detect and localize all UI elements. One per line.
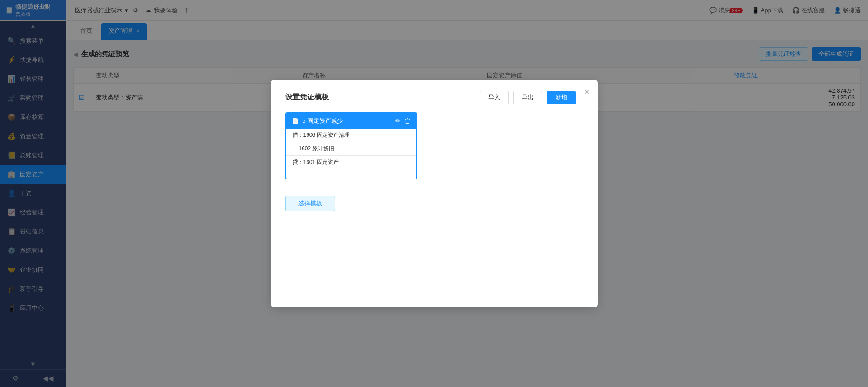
- template-entry-row: 1602 累计折旧: [286, 142, 416, 156]
- modal-set-voucher-template: × 设置凭证模板 导入 导出 新增 📄 5-固定资产减少 ✏ 🗑 借：1606 …: [271, 80, 598, 307]
- template-empty-row: [286, 169, 416, 179]
- template-card: 📄 5-固定资产减少 ✏ 🗑 借：1606 固定资产清理 1602 累计折旧: [285, 112, 417, 179]
- template-document-icon: 📄: [292, 118, 299, 124]
- template-entry-direction3: 贷：1601 固定资产: [286, 156, 389, 169]
- template-edit-icon[interactable]: ✏: [395, 117, 401, 124]
- template-delete-icon[interactable]: 🗑: [404, 117, 411, 124]
- template-entry-row: 借：1606 固定资产清理: [286, 129, 416, 142]
- template-header-label: 5-固定资产减少: [303, 117, 343, 125]
- template-entry-credit3: [402, 156, 416, 169]
- template-entry-debit2: [388, 142, 402, 156]
- export-button[interactable]: 导出: [513, 91, 542, 104]
- new-button[interactable]: 新增: [547, 91, 576, 104]
- modal-action-buttons: 导入 导出 新增: [480, 91, 576, 104]
- template-header-icons: ✏ 🗑: [395, 117, 411, 124]
- template-entry-credit: [402, 129, 416, 142]
- modal-overlay: × 设置凭证模板 导入 导出 新增 📄 5-固定资产减少 ✏ 🗑 借：1606 …: [0, 0, 868, 387]
- template-entry-credit2: [402, 142, 416, 156]
- select-template-button[interactable]: 选择模板: [285, 196, 335, 211]
- import-button[interactable]: 导入: [480, 91, 509, 104]
- select-template-area: 选择模板: [285, 188, 583, 211]
- template-entry-debit: [388, 129, 402, 142]
- template-entry-direction: 借：1606 固定资产清理: [286, 129, 389, 142]
- template-entry-row: 贷：1601 固定资产: [286, 156, 416, 169]
- template-entry-debit3: [388, 156, 402, 169]
- template-entry-name2: 1602 累计折旧: [286, 142, 389, 156]
- template-card-header: 📄 5-固定资产减少 ✏ 🗑: [286, 113, 416, 129]
- modal-close-button[interactable]: ×: [585, 87, 590, 97]
- template-entries-table: 借：1606 固定资产清理 1602 累计折旧 贷：1601 固定资产: [286, 129, 416, 179]
